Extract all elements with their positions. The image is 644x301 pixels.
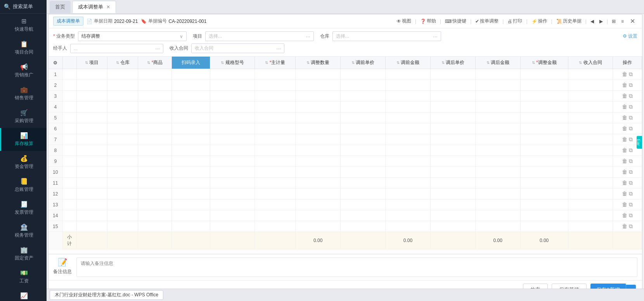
cell[interactable] (171, 189, 210, 199)
cell[interactable] (430, 112, 475, 123)
cell[interactable] (255, 102, 296, 112)
delete-row-icon[interactable]: 🗑 (622, 158, 627, 164)
cell[interactable] (255, 91, 296, 102)
sidebar-item-inventory-calculation[interactable]: 📊 库存核算 (0, 128, 47, 151)
cell[interactable] (475, 221, 520, 232)
cell[interactable] (430, 145, 475, 156)
cell[interactable] (171, 123, 210, 134)
table-row[interactable]: 2🗑⧉ (48, 80, 642, 91)
delete-row-icon[interactable]: 🗑 (622, 190, 627, 197)
cell[interactable] (107, 156, 138, 167)
cell[interactable] (520, 145, 568, 156)
cell[interactable] (255, 145, 296, 156)
cell[interactable] (210, 156, 255, 167)
cell[interactable] (520, 210, 568, 221)
row-actions[interactable]: 🗑⧉ (613, 156, 642, 167)
cell[interactable] (568, 221, 613, 232)
cell[interactable] (430, 167, 475, 178)
cell[interactable] (296, 167, 341, 178)
sidebar-item-purchase-management[interactable]: 🛒 采购管理 (0, 105, 47, 128)
cell[interactable] (76, 167, 107, 178)
cell[interactable] (520, 102, 568, 112)
cell[interactable] (296, 178, 341, 189)
delete-row-icon[interactable]: 🗑 (622, 82, 627, 88)
cell[interactable] (138, 123, 172, 134)
cell[interactable] (430, 199, 475, 210)
cell[interactable] (76, 134, 107, 145)
cell[interactable] (76, 145, 107, 156)
row-actions[interactable]: 🗑⧉ (613, 199, 642, 210)
table-row[interactable]: 3🗑⧉ (48, 91, 642, 102)
delete-row-icon[interactable]: 🗑 (622, 147, 627, 153)
cell[interactable] (341, 221, 386, 232)
cell[interactable] (568, 80, 613, 91)
cell[interactable] (210, 80, 255, 91)
cell[interactable] (138, 199, 172, 210)
cell[interactable] (62, 221, 76, 232)
row-actions[interactable]: 🗑⧉ (613, 80, 642, 91)
cell[interactable] (520, 189, 568, 199)
copy-row-icon[interactable]: ⧉ (629, 223, 633, 229)
cell[interactable] (76, 199, 107, 210)
copy-row-icon[interactable]: ⧉ (629, 82, 633, 88)
cell[interactable] (296, 123, 341, 134)
cell[interactable] (386, 112, 431, 123)
table-row[interactable]: 15🗑⧉ (48, 221, 642, 232)
cell[interactable] (386, 145, 431, 156)
cell[interactable] (520, 221, 568, 232)
copy-row-icon[interactable]: ⧉ (629, 93, 633, 99)
cell[interactable] (341, 80, 386, 91)
cell[interactable] (210, 189, 255, 199)
cell[interactable] (107, 199, 138, 210)
cell[interactable] (386, 134, 431, 145)
cell[interactable] (107, 91, 138, 102)
col-adjust-amount[interactable]: ⇅ *调整金额 (520, 57, 568, 69)
cell[interactable] (62, 199, 76, 210)
cell[interactable] (430, 189, 475, 199)
cell[interactable] (138, 178, 172, 189)
income-contract-input[interactable]: 收入合同 ··· (191, 43, 284, 53)
cell[interactable] (210, 69, 255, 80)
cell[interactable] (255, 123, 296, 134)
business-type-input[interactable]: 结存调整 ∨ (78, 31, 187, 41)
cell[interactable] (62, 123, 76, 134)
delete-row-icon[interactable]: 🗑 (622, 104, 627, 110)
row-actions[interactable]: 🗑⧉ (613, 221, 642, 232)
cell[interactable] (107, 112, 138, 123)
cell[interactable] (568, 199, 613, 210)
table-row[interactable]: 9🗑⧉ (48, 156, 642, 167)
cell[interactable] (138, 112, 172, 123)
col-adjust-qty[interactable]: ⇅ 调整数量 (296, 57, 341, 69)
cell[interactable] (296, 69, 341, 80)
cell[interactable] (520, 123, 568, 134)
cell[interactable] (386, 221, 431, 232)
cell[interactable] (296, 156, 341, 167)
cell[interactable] (341, 91, 386, 102)
cell[interactable] (62, 210, 76, 221)
cell[interactable] (520, 112, 568, 123)
cell[interactable] (386, 167, 431, 178)
expand-btn[interactable]: ⊞ (610, 18, 617, 25)
cell[interactable] (210, 178, 255, 189)
cell[interactable] (430, 210, 475, 221)
cell[interactable] (296, 134, 341, 145)
row-actions[interactable]: 🗑⧉ (613, 112, 642, 123)
cell[interactable] (138, 167, 172, 178)
cell[interactable] (475, 189, 520, 199)
cell[interactable] (76, 210, 107, 221)
cell[interactable] (76, 178, 107, 189)
cell[interactable] (568, 210, 613, 221)
cell[interactable] (62, 178, 76, 189)
cell[interactable] (138, 102, 172, 112)
cell[interactable] (296, 91, 341, 102)
row-actions[interactable]: 🗑⧉ (613, 123, 642, 134)
cell[interactable] (475, 69, 520, 80)
cell[interactable] (475, 102, 520, 112)
cell[interactable] (386, 91, 431, 102)
cell[interactable] (107, 69, 138, 80)
cell[interactable] (568, 189, 613, 199)
cell[interactable] (255, 156, 296, 167)
cell[interactable] (475, 199, 520, 210)
col-spec-type[interactable]: ⇅ 规格型号 (210, 57, 255, 69)
shortcut-btn[interactable]: ⌨ 快捷键 (443, 17, 468, 25)
